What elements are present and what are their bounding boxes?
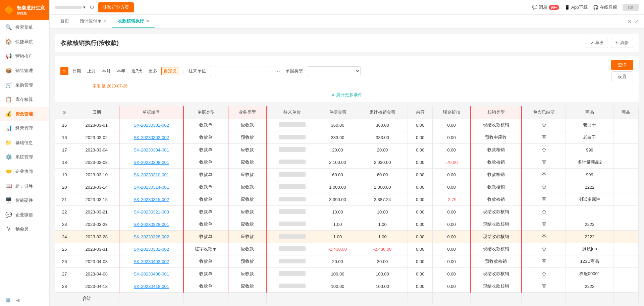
expand-tab-icon[interactable]: ⤢ <box>634 18 639 25</box>
sidebar-item-search[interactable]: 🔍搜索菜单 <box>0 20 49 35</box>
gear-icon[interactable]: ⚙ <box>90 4 94 10</box>
sidebar-item-operation[interactable]: 📊经营管理 <box>0 121 49 135</box>
partner-input[interactable] <box>210 66 270 76</box>
nav-icon: 🏠 <box>5 39 12 45</box>
topbar-dropdown[interactable]: ▾ <box>55 5 86 10</box>
filter-expand-button[interactable]: » <box>60 67 68 75</box>
cell-discount: 0.00 <box>433 206 471 218</box>
expand-more-button[interactable]: ∨ 展开更多条件 <box>331 92 362 98</box>
service-area[interactable]: 🎧 在线客服 <box>593 4 617 10</box>
th-gear[interactable]: ⚙ <box>55 106 74 119</box>
code-link[interactable]: SK-20230331-002 <box>134 247 169 252</box>
sidebar-item-wechat[interactable]: 💬企业微信 <box>0 207 49 222</box>
code-link[interactable]: SK-20230301-002 <box>134 123 169 128</box>
sidebar-item-marketing[interactable]: 📢营销推广 <box>0 49 49 63</box>
cell-code: SK-20230304-001 <box>119 144 183 156</box>
date-more[interactable]: 更多 <box>147 67 159 75</box>
date-7days[interactable]: 近7天 <box>129 67 145 75</box>
tab-collection[interactable]: 收款核销执行 ✕ <box>112 15 155 28</box>
date-this-month[interactable]: 本月 <box>100 67 113 75</box>
cell-btype: 应收款 <box>228 144 266 156</box>
sidebar-item-inventory[interactable]: 📋库存核算 <box>0 92 49 107</box>
cell-balance: 0.00 <box>408 169 432 181</box>
date-custom[interactable]: 自定义 <box>161 67 179 75</box>
cell-discount: 0.00 <box>433 181 471 193</box>
solution-button[interactable]: 体验行业方案 <box>98 2 134 12</box>
table-scroll[interactable]: ⚙ 日期 单据编号 单据类型 业务类型 往来单位 单据金额 累计核销金额 余额 … <box>55 106 639 305</box>
code-link[interactable]: SK-20230321-003 <box>134 209 169 215</box>
sidebar-item-enterprise[interactable]: 🤝企业协同 <box>0 164 49 179</box>
export-button[interactable]: ↗ 导出 <box>586 38 608 48</box>
date-last-month[interactable]: 上月 <box>85 67 98 75</box>
tab-payable[interactable]: 预计应付单 ✕ <box>74 15 112 28</box>
sidebar-item-basic[interactable]: 📁基础信息 <box>0 135 49 150</box>
cell-balance: 0.00 <box>408 181 432 193</box>
sidebar-item-purchase[interactable]: 🛒采购管理 <box>0 78 49 92</box>
code-link[interactable]: SK-20230403-002 <box>134 259 169 264</box>
expand-more-area: ∨ 展开更多条件 <box>60 92 633 98</box>
cell-no: 21 <box>55 193 74 206</box>
th-amount: 单据金额 <box>318 106 357 119</box>
voucher-type-select[interactable] <box>307 66 361 76</box>
total-included <box>522 293 566 305</box>
hardware-icon: 🖥️ <box>5 197 12 203</box>
code-link[interactable]: SK-20230315-002 <box>134 197 169 202</box>
sidebar-item-system[interactable]: ⚙️系统管理 <box>0 150 49 164</box>
collapse-icon[interactable]: ◀ <box>16 298 19 303</box>
marketing-icon: 📢 <box>5 53 12 59</box>
code-link[interactable]: SK-20230302-002 <box>134 135 169 140</box>
voucher-type-label: 单据类型 <box>285 68 303 74</box>
tab-home[interactable]: 首页 <box>55 15 74 28</box>
code-link[interactable]: SK-20230328-002 <box>134 234 169 239</box>
code-link[interactable]: SK-20230328-001 <box>134 222 169 227</box>
cell-balance: 0.00 <box>408 119 432 131</box>
sidebar-item-hardware[interactable]: 🖥️智能硬件 <box>0 193 49 207</box>
cell-wtype: 现结收款核销 <box>471 280 522 293</box>
sidebar-item-member[interactable]: V畅会员 <box>0 222 49 236</box>
cell-balance: 0.00 <box>408 268 432 280</box>
cell-discount: 0.00 <box>433 280 471 293</box>
cell-partner <box>266 119 318 131</box>
table-header-row: ⚙ 日期 单据编号 单据类型 业务类型 往来单位 单据金额 累计核销金额 余额 … <box>55 106 639 119</box>
table-row: 21 2023-03-15 SK-20230315-002 收款单 应收款 3,… <box>55 193 639 206</box>
cell-code: SK-20230301-002 <box>119 119 183 131</box>
sidebar-item-guide[interactable]: 📖新手引导 <box>0 179 49 193</box>
sidebar-item-sales[interactable]: 📦销售管理 <box>0 63 49 78</box>
cell-amount: 60.00 <box>318 169 357 181</box>
code-link[interactable]: SK-20230308-001 <box>134 160 169 165</box>
code-link[interactable]: SK-20230310-001 <box>134 172 169 177</box>
code-link[interactable]: SK-20230418-001 <box>134 284 169 289</box>
code-link[interactable]: SK-20230408-001 <box>134 271 169 277</box>
settings-icon[interactable]: ⚙️ <box>5 298 11 303</box>
sidebar-item-finance[interactable]: 💰资金管理 <box>0 107 49 121</box>
cell-accum: 1.00 <box>357 218 408 231</box>
close-tab-icon[interactable]: ✕ <box>627 18 632 25</box>
tab-payable-close[interactable]: ✕ <box>104 19 107 23</box>
tab-collection-close[interactable]: ✕ <box>146 19 149 23</box>
logo-icon: 🔶 <box>4 5 14 15</box>
query-button[interactable]: 查询 <box>611 60 633 70</box>
code-link[interactable]: SK-20230314-001 <box>134 185 169 190</box>
app-download[interactable]: 📱 App下载 <box>565 4 588 10</box>
cell-btype: 应收款 <box>228 218 266 231</box>
code-link[interactable]: SK-20230304-001 <box>134 147 169 152</box>
message-area[interactable]: 💬 消息 99+ <box>532 4 559 10</box>
sidebar-item-nav[interactable]: 🏠快捷导航 <box>0 35 49 49</box>
cell-wtype: 现结收款核销 <box>471 268 522 280</box>
cell-balance: 0.00 <box>408 144 432 156</box>
cell-wtype: 收款核销 <box>471 181 522 193</box>
cell-btype: 应收款 <box>228 231 266 243</box>
refresh-button[interactable]: ↻ 刷新 <box>611 38 633 48</box>
settings-button[interactable]: 设置 <box>611 71 633 82</box>
cell-amount: 1.00 <box>318 231 357 243</box>
cell-date: 2023-03-28 <box>74 231 119 243</box>
cell-vtype: 收款单 <box>183 156 228 169</box>
cell-product1: 多计量商品2 <box>566 156 613 169</box>
user-name[interactable]: Rit <box>623 4 639 11</box>
cell-product2 <box>613 169 639 181</box>
cell-date: 2023-03-31 <box>74 243 119 255</box>
date-this-year[interactable]: 本年 <box>115 67 127 75</box>
cell-accum: 100.00 <box>357 268 408 280</box>
cell-included: 否 <box>522 280 566 293</box>
th-partner: 往来单位 <box>266 106 318 119</box>
